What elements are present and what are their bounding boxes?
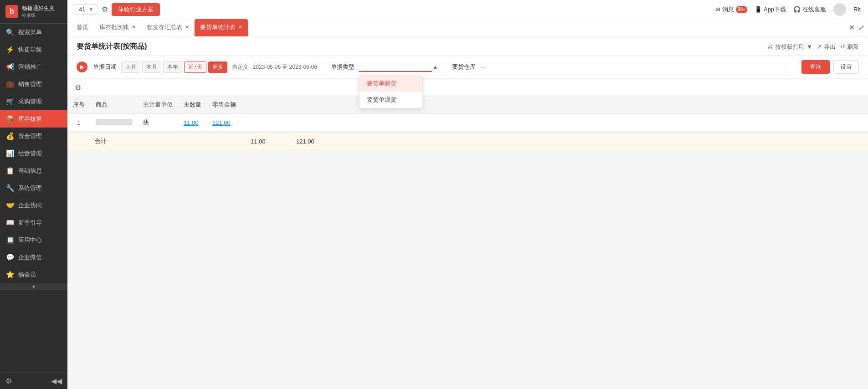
notif-badge: 99+ bbox=[736, 6, 747, 13]
cell-amount[interactable]: 121.00 bbox=[207, 114, 241, 132]
date-btn-this-year[interactable]: 本年 bbox=[163, 61, 182, 73]
type-filter-input[interactable] bbox=[359, 62, 432, 72]
sidebar-item-label-wechat: 企业微信 bbox=[18, 253, 42, 261]
date-filter-label: 单据日期 bbox=[93, 63, 117, 71]
notification-button[interactable]: ✉ 消息 99+ bbox=[715, 5, 747, 14]
page-header: 要货单统计表(按商品) 🖨 按模板打印 ▼ ↗ 导出 ↺ 刷新 bbox=[67, 36, 868, 56]
tab-receivable[interactable]: 收发存汇总表 ✕ bbox=[141, 19, 195, 36]
sidebar-item-guide[interactable]: 📖 新手引导 bbox=[0, 214, 67, 231]
date-btn-7days[interactable]: 近7天 bbox=[184, 61, 206, 73]
tab-requisition-close[interactable]: ✕ bbox=[238, 24, 242, 30]
phone-icon: 📱 bbox=[755, 6, 762, 13]
print-icon: 🖨 bbox=[767, 43, 773, 50]
sidebar-item-marketing[interactable]: 📢 营销推广 bbox=[0, 58, 67, 76]
sidebar-item-operations[interactable]: 📊 经营管理 bbox=[0, 145, 67, 162]
filter-toggle-button[interactable]: ▶ bbox=[77, 61, 87, 72]
sidebar-item-label-sales: 销售管理 bbox=[18, 80, 42, 88]
cell-extra bbox=[241, 114, 868, 132]
dropdown-item-order-goods[interactable]: 要货单要货 bbox=[360, 75, 422, 92]
type-filter-container: ▲ 要货单要货 要货单退货 bbox=[359, 62, 438, 72]
store-selector[interactable]: 41 ▼ bbox=[75, 4, 98, 15]
sidebar-item-quicknav[interactable]: ⚡ 快捷导航 bbox=[0, 41, 67, 58]
dropdown-item-order-return[interactable]: 要货单退货 bbox=[360, 92, 422, 108]
username-label: Rit bbox=[853, 6, 861, 13]
sidebar-item-label-quicknav: 快捷导航 bbox=[18, 46, 42, 54]
tabs-close-all-icon[interactable]: ✕ bbox=[849, 23, 855, 32]
app-sub: 标准版 bbox=[22, 12, 55, 19]
warehouse-filter-dots[interactable]: ··· bbox=[480, 64, 485, 71]
sidebar-item-finance[interactable]: 💰 资金管理 bbox=[0, 128, 67, 145]
date-custom-btn[interactable]: 自定义 bbox=[232, 63, 248, 71]
sidebar-gear-icon[interactable]: ⚙ bbox=[5, 377, 12, 385]
col-qty: 主数量 bbox=[178, 96, 207, 114]
sidebar-item-wechat[interactable]: 💬 企业微信 bbox=[0, 249, 67, 266]
sidebar-collapse-icon[interactable]: ◀◀ bbox=[51, 377, 62, 385]
page-title: 要货单统计表(按商品) bbox=[77, 42, 147, 51]
sidebar-scroll-down[interactable]: ▼ bbox=[0, 283, 67, 290]
tab-inventory-batch[interactable]: 库存批次账 ✕ bbox=[94, 19, 141, 36]
guide-icon: 📖 bbox=[5, 219, 15, 227]
type-filter-arrow-icon[interactable]: ▲ bbox=[432, 63, 438, 71]
app-download-label: App下载 bbox=[764, 5, 786, 14]
trial-button[interactable]: 体验行业方案 bbox=[112, 3, 160, 16]
sidebar-logo: b 畅捷通好生意 标准版 bbox=[0, 0, 67, 24]
tab-receivable-close[interactable]: ✕ bbox=[185, 24, 189, 30]
tabs-expand-icon[interactable]: ⤢ bbox=[858, 23, 864, 32]
cell-product bbox=[90, 114, 138, 132]
print-label: 按模板打印 bbox=[775, 43, 805, 51]
footer-amount: 121.00 bbox=[296, 138, 342, 145]
vip-icon: ⭐ bbox=[5, 271, 15, 279]
table-settings-icon[interactable]: ⚙ bbox=[75, 83, 81, 92]
tab-receivable-label: 收发存汇总表 bbox=[147, 23, 182, 31]
collab-icon: 🤝 bbox=[5, 201, 15, 210]
sidebar-item-basics[interactable]: 📋 基础信息 bbox=[0, 162, 67, 179]
date-btn-this-month[interactable]: 本月 bbox=[142, 61, 161, 73]
col-unit: 主计量单位 bbox=[138, 96, 178, 114]
sidebar-item-search[interactable]: 🔍 搜索菜单 bbox=[0, 24, 67, 41]
query-button[interactable]: 查询 bbox=[801, 60, 830, 74]
notif-label: 消息 bbox=[722, 5, 734, 14]
date-btn-more[interactable]: 更多 bbox=[208, 61, 227, 73]
notif-icon: ✉ bbox=[715, 6, 720, 13]
tabs-bar: 首页 库存批次账 ✕ 收发存汇总表 ✕ 要货单统计表 ✕ ✕ ⤢ bbox=[67, 19, 868, 36]
type-filter-label: 单据类型 bbox=[331, 63, 354, 71]
sidebar-item-sales[interactable]: 💼 销售管理 bbox=[0, 76, 67, 93]
sidebar-item-label-guide: 新手引导 bbox=[18, 219, 42, 227]
date-buttons: 上月 本月 本年 近7天 更多 bbox=[121, 61, 227, 73]
app-download-button[interactable]: 📱 App下载 bbox=[755, 5, 786, 14]
cell-qty[interactable]: 11.00 bbox=[178, 114, 207, 132]
tab-requisition[interactable]: 要货单统计表 ✕ bbox=[195, 19, 248, 36]
tab-home[interactable]: 首页 bbox=[71, 19, 94, 36]
sidebar-item-label-finance: 资金管理 bbox=[18, 132, 42, 140]
purchase-icon: 🛒 bbox=[5, 97, 15, 106]
sidebar-item-collab[interactable]: 🤝 企业协同 bbox=[0, 197, 67, 214]
col-amount: 零售金额 bbox=[207, 96, 241, 114]
user-avatar[interactable] bbox=[833, 3, 846, 16]
sidebar-item-label-inventory: 库存核算 bbox=[18, 115, 42, 123]
system-icon: 🔧 bbox=[5, 184, 15, 192]
topbar: 41 ▼ ⚙ 体验行业方案 ✉ 消息 99+ 📱 App下载 🎧 在线客服 Ri… bbox=[67, 0, 868, 19]
wechat-icon: 💬 bbox=[5, 253, 15, 261]
tab-inventory-batch-close[interactable]: ✕ bbox=[132, 24, 136, 30]
set-button[interactable]: 设置 bbox=[833, 60, 859, 74]
refresh-button[interactable]: ↺ 刷新 bbox=[840, 43, 859, 51]
sidebar-item-apps[interactable]: 🔲 应用中心 bbox=[0, 231, 67, 249]
sidebar-item-label-apps: 应用中心 bbox=[18, 236, 42, 244]
sidebar-item-purchase[interactable]: 🛒 采购管理 bbox=[0, 93, 67, 110]
quicknav-icon: ⚡ bbox=[5, 46, 15, 54]
operations-icon: 📊 bbox=[5, 149, 15, 158]
sales-icon: 💼 bbox=[5, 80, 15, 88]
print-button[interactable]: 🖨 按模板打印 ▼ bbox=[767, 43, 812, 51]
tab-requisition-label: 要货单统计表 bbox=[200, 23, 236, 31]
online-service-button[interactable]: 🎧 在线客服 bbox=[793, 5, 826, 14]
sidebar-item-inventory[interactable]: 📦 库存核算 bbox=[0, 110, 67, 128]
store-chevron-icon: ▼ bbox=[88, 6, 94, 13]
export-button[interactable]: ↗ 导出 bbox=[817, 43, 836, 51]
topbar-settings-icon[interactable]: ⚙ bbox=[102, 5, 108, 14]
sidebar-item-vip[interactable]: ⭐ 畅会员 bbox=[0, 266, 67, 283]
headset-icon: 🎧 bbox=[793, 6, 801, 13]
date-btn-last-month[interactable]: 上月 bbox=[121, 61, 140, 73]
col-extra bbox=[241, 96, 868, 114]
sidebar-item-system[interactable]: 🔧 系统管理 bbox=[0, 179, 67, 197]
footer-qty: 11.00 bbox=[251, 138, 296, 145]
